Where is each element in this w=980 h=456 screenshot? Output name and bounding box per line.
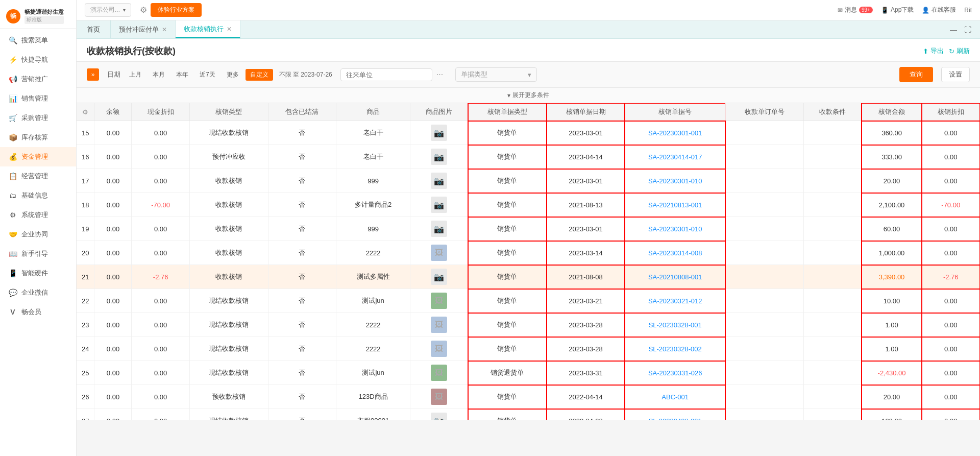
- doc-no-link[interactable]: SA-20230321-012: [648, 297, 702, 305]
- table-row: 27 0.00 0.00 现结收款核销 否 衣服00001 📷 销货单 2023…: [77, 409, 980, 420]
- refresh-button[interactable]: ↻ 刷新: [949, 46, 970, 56]
- cell-id: 18: [77, 193, 94, 217]
- th-verify-type: 核销类型: [189, 103, 268, 121]
- cell-id: 19: [77, 217, 94, 241]
- cell-cash-discount: 0.00: [132, 337, 189, 361]
- date-btn-more[interactable]: 更多: [222, 69, 243, 81]
- cell-included: 否: [268, 409, 336, 420]
- top-right-actions: ✉ 消息 99+ 📱 App下载 👤 在线客服 Rit: [838, 6, 972, 14]
- basics-icon: 🗂: [8, 191, 17, 200]
- page-header: 收款核销执行(按收款) ⬆ 导出 ↻ 刷新: [77, 39, 980, 61]
- th-doc-no: 核销单据号: [625, 103, 725, 121]
- cell-included: 否: [268, 121, 336, 145]
- chevron-down-icon: ▾: [123, 7, 126, 13]
- phone-icon: 📱: [881, 7, 889, 14]
- sidebar-item-search[interactable]: 🔍 搜索菜单: [0, 31, 76, 50]
- sidebar-item-purchase[interactable]: 🛒 采购管理: [0, 108, 76, 128]
- sidebar-item-sales[interactable]: 📊 销售管理: [0, 89, 76, 108]
- date-btn-last-month[interactable]: 上月: [125, 69, 146, 81]
- cell-goods: 999: [336, 169, 410, 193]
- doc-no-link[interactable]: SL-20230408-001: [649, 417, 702, 420]
- filter-settings-button[interactable]: 设置: [941, 67, 970, 82]
- tab-verification-close[interactable]: ✕: [227, 26, 232, 33]
- doc-no-link[interactable]: SA-20230301-010: [648, 177, 702, 185]
- cell-doc-no: SL-20230328-001: [625, 313, 725, 337]
- sidebar-item-shortcut[interactable]: ⚡ 快捷导航: [0, 50, 76, 69]
- cell-payment-cond: [804, 217, 862, 241]
- voucher-type-select[interactable]: 单据类型 ▾: [455, 67, 537, 82]
- trial-button[interactable]: 体验行业方案: [151, 3, 202, 17]
- company-selector[interactable]: 演示公司... ▾: [85, 3, 131, 17]
- cell-id: 16: [77, 145, 94, 169]
- cell-verify-discount: 0.00: [922, 385, 979, 409]
- expand-more-button[interactable]: ▾ 展开更多条件: [507, 91, 549, 100]
- doc-no-link[interactable]: SA-20210808-001: [648, 273, 702, 281]
- sidebar-item-hardware[interactable]: 📱 智能硬件: [0, 263, 76, 283]
- tab-home[interactable]: 首页: [77, 20, 111, 38]
- column-settings-icon[interactable]: ⚙: [82, 108, 88, 116]
- cell-verify-discount: 0.00: [922, 313, 979, 337]
- sidebar-item-label: 新手引导: [21, 249, 48, 258]
- purchase-icon: 🛒: [8, 113, 17, 123]
- cell-doc-no: SA-20230301-001: [625, 121, 725, 145]
- user-name-display[interactable]: Rit: [964, 7, 972, 14]
- date-btn-this-month[interactable]: 本月: [148, 69, 169, 81]
- date-btn-this-year[interactable]: 本年: [172, 69, 193, 81]
- doc-no-link[interactable]: SL-20230328-001: [649, 321, 702, 329]
- doc-no-link[interactable]: SA-20230331-026: [648, 369, 702, 377]
- partner-more-button[interactable]: ···: [436, 70, 443, 79]
- cell-doc-date: 2023-03-28: [547, 313, 625, 337]
- query-button[interactable]: 查询: [899, 67, 933, 82]
- sidebar-item-marketing[interactable]: 📢 营销推广: [0, 69, 76, 89]
- th-verify-discount: 核销折扣: [922, 103, 979, 121]
- sidebar-item-operations[interactable]: 📋 经营管理: [0, 166, 76, 186]
- top-settings-icon[interactable]: ⚙: [136, 3, 151, 17]
- cell-payment-cond: [804, 193, 862, 217]
- doc-no-link[interactable]: SL-20230328-002: [649, 345, 702, 353]
- tab-prepayment[interactable]: 预付冲应付单 ✕: [111, 20, 176, 38]
- cell-order-no: [725, 385, 804, 409]
- sidebar-item-guide[interactable]: 📖 新手引导: [0, 244, 76, 263]
- th-settings: ⚙: [77, 103, 94, 121]
- sidebar-item-finance[interactable]: 💰 资金管理: [0, 147, 76, 166]
- main-content: 收款核销执行(按收款) ⬆ 导出 ↻ 刷新 »: [77, 39, 980, 420]
- tab-prepayment-close[interactable]: ✕: [162, 26, 167, 33]
- export-button[interactable]: ⬆ 导出: [923, 46, 944, 56]
- cell-cash-discount: -70.00: [132, 193, 189, 217]
- cell-goods-img: 🖼: [410, 241, 468, 265]
- cell-verify-type: 现结收款核销: [189, 289, 268, 313]
- filter-toggle-button[interactable]: »: [87, 68, 99, 81]
- tab-minimize-button[interactable]: —: [947, 23, 960, 36]
- sidebar-item-system[interactable]: ⚙ 系统管理: [0, 205, 76, 225]
- voucher-type-filter-group: 单据类型 ▾: [451, 67, 537, 82]
- message-button[interactable]: ✉ 消息 99+: [838, 6, 873, 14]
- sidebar-item-basics[interactable]: 🗂 基础信息: [0, 186, 76, 205]
- sidebar-item-wechat[interactable]: 💬 企业微信: [0, 283, 76, 302]
- sidebar-item-member[interactable]: V 畅会员: [0, 302, 76, 322]
- header-actions: ⬆ 导出 ↻ 刷新: [923, 46, 970, 56]
- th-goods: 商品: [336, 103, 410, 121]
- tab-maximize-button[interactable]: ⛶: [962, 23, 974, 36]
- doc-no-link[interactable]: SA-20230314-008: [648, 249, 702, 257]
- app-download-button[interactable]: 📱 App下载: [881, 6, 914, 14]
- sidebar-item-inventory[interactable]: 📦 库存核算: [0, 128, 76, 147]
- cell-verify-discount: 0.00: [922, 241, 979, 265]
- online-service-button[interactable]: 👤 在线客服: [922, 6, 956, 14]
- sidebar-item-logo: 畅 畅捷通谐好生意 标准版: [0, 4, 76, 29]
- date-btn-custom[interactable]: 自定义: [246, 69, 273, 81]
- goods-image: 📷: [431, 149, 447, 165]
- cell-verify-type: 收款核销: [189, 169, 268, 193]
- date-btn-7days[interactable]: 近7天: [195, 69, 220, 81]
- doc-no-link[interactable]: SA-20230301-001: [648, 129, 702, 137]
- doc-no-link[interactable]: ABC-001: [662, 393, 689, 401]
- doc-no-link[interactable]: SA-20230301-010: [648, 225, 702, 233]
- partner-input[interactable]: [340, 68, 432, 81]
- cell-verify-type: 收款核销: [189, 241, 268, 265]
- sidebar-item-enterprise[interactable]: 🤝 企业协同: [0, 225, 76, 244]
- doc-no-link[interactable]: SA-20230414-017: [648, 153, 702, 161]
- tab-verification[interactable]: 收款核销执行 ✕: [176, 20, 240, 38]
- sidebar-item-label: 营销推广: [21, 75, 48, 84]
- cell-verify-amount: 360.00: [862, 121, 922, 145]
- cell-goods-img: 📷: [410, 409, 468, 420]
- doc-no-link[interactable]: SA-20210813-001: [648, 201, 702, 209]
